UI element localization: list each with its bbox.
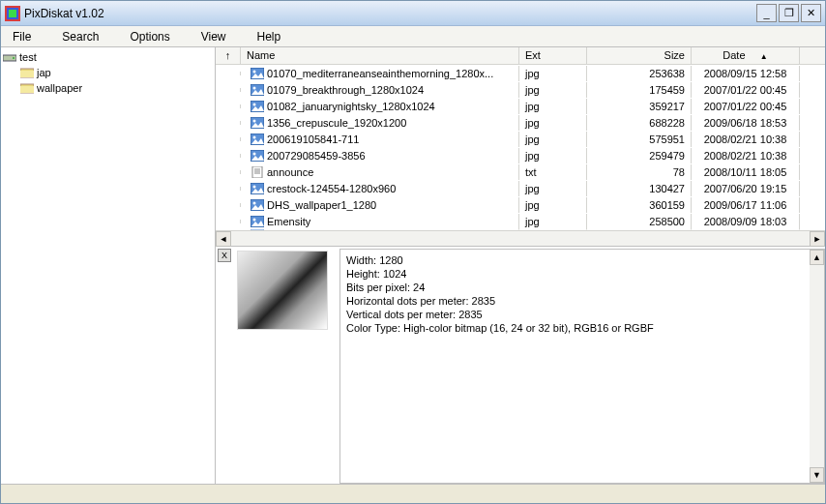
table-row[interactable]: DHS_wallpaper1_1280jpg3601592009/06/17 1…	[216, 196, 825, 213]
col-name[interactable]: Name	[241, 47, 519, 64]
table-row[interactable]: 01082_januarynightsky_1280x1024jpg359217…	[216, 98, 825, 114]
svg-rect-8	[20, 86, 34, 93]
svg-point-26	[253, 185, 256, 188]
thumbnail-image[interactable]	[237, 251, 328, 330]
col-date[interactable]: Date ▲	[692, 47, 800, 64]
meta-line: Vertical dots per meter: 2835	[346, 308, 804, 321]
file-ext: jpg	[519, 214, 587, 229]
horizontal-scrollbar[interactable]: ◄ ►	[216, 230, 825, 246]
col-sort[interactable]: ↑	[216, 47, 241, 64]
drive-icon	[3, 50, 16, 64]
status-bar	[1, 484, 825, 503]
file-date: 2007/06/20 19:15	[692, 181, 800, 196]
tree-child[interactable]: wallpaper	[3, 80, 213, 96]
file-ext: jpg	[519, 197, 587, 213]
tree-child[interactable]: jap	[3, 65, 213, 80]
file-name: DHS_wallpaper1_1280	[267, 199, 376, 211]
scroll-track[interactable]	[231, 231, 810, 246]
scroll-track[interactable]	[810, 265, 824, 467]
menu-view[interactable]: View	[195, 28, 232, 45]
svg-point-20	[253, 152, 256, 155]
file-date: 2008/09/09 18:03	[692, 214, 800, 229]
table-row[interactable]: 01070_mediterraneanseainthemorning_1280x…	[216, 65, 825, 81]
file-date: 2008/02/21 10:38	[692, 132, 800, 147]
file-size: 175459	[587, 82, 692, 98]
file-name: 200729085459-3856	[267, 150, 366, 162]
tree-label: jap	[37, 67, 51, 78]
file-ext: txt	[519, 164, 587, 180]
menubar: File Search Options View Help	[1, 26, 825, 47]
table-row[interactable]: 01079_breakthrough_1280x1024jpg175459200…	[216, 81, 825, 98]
right-panel: ↑ Name Ext Size Date ▲ 01070_mediterrane…	[216, 47, 825, 484]
tree-label: test	[19, 51, 37, 63]
svg-point-28	[253, 201, 256, 204]
minimize-button[interactable]: _	[756, 4, 777, 22]
file-size: 258500	[587, 214, 692, 229]
folder-icon	[20, 66, 34, 79]
file-size: 575951	[587, 132, 692, 147]
svg-point-18	[253, 135, 256, 138]
file-ext: jpg	[519, 181, 587, 196]
table-row[interactable]: epithalamium Versejpg3177292007/02/11 10…	[216, 229, 825, 230]
file-size: 78	[587, 164, 692, 180]
svg-rect-31	[251, 229, 264, 230]
file-name: 01070_mediterraneanseainthemorning_1280x…	[267, 68, 493, 79]
svg-rect-2	[9, 10, 16, 17]
file-name: crestock-124554-1280x960	[267, 183, 396, 194]
file-name: announce	[267, 166, 313, 178]
window-title: PixDiskat v1.02	[24, 7, 754, 20]
preview-pane: X Width: 1280 Height: 1024 Bits per pixe…	[216, 247, 825, 484]
table-row[interactable]: Emensityjpg2585002008/09/09 18:03	[216, 213, 825, 229]
svg-rect-6	[20, 71, 34, 77]
app-icon	[5, 6, 20, 21]
svg-point-10	[253, 70, 256, 73]
meta-line: Bits per pixel: 24	[346, 281, 804, 294]
file-rows[interactable]: 01070_mediterraneanseainthemorning_1280x…	[216, 65, 825, 230]
table-row[interactable]: 1356_crepuscule_1920x1200jpg6882282009/0…	[216, 114, 825, 131]
table-row[interactable]: announcetxt782008/10/11 18:05	[216, 163, 825, 180]
sort-arrow-icon: ▲	[760, 52, 768, 61]
file-size: 259479	[587, 148, 692, 163]
titlebar[interactable]: PixDiskat v1.02 _ ❐ ✕	[1, 1, 825, 26]
tree-label: wallpaper	[37, 82, 82, 94]
file-size: 360159	[587, 197, 692, 213]
file-ext: jpg	[519, 148, 587, 163]
file-name: 200619105841-711	[267, 133, 359, 145]
scroll-right-button[interactable]: ►	[810, 231, 825, 247]
table-row[interactable]: 200619105841-711jpg5759512008/02/21 10:3…	[216, 131, 825, 147]
thumbnail-area	[233, 247, 339, 484]
preview-close-region: X	[216, 247, 233, 484]
file-size: 688228	[587, 115, 692, 131]
tree-root[interactable]: test	[3, 49, 213, 65]
file-ext: jpg	[519, 66, 587, 81]
table-row[interactable]: crestock-124554-1280x960jpg1304272007/06…	[216, 180, 825, 196]
svg-point-14	[253, 103, 256, 105]
table-row[interactable]: 200729085459-3856jpg2594792008/02/21 10:…	[216, 147, 825, 163]
svg-rect-21	[252, 166, 262, 178]
column-headers: ↑ Name Ext Size Date ▲	[216, 47, 825, 65]
preview-close-button[interactable]: X	[218, 249, 231, 262]
maximize-button[interactable]: ❐	[779, 4, 799, 22]
svg-point-30	[253, 218, 256, 221]
menu-options[interactable]: Options	[124, 28, 175, 45]
svg-point-12	[253, 86, 256, 89]
col-size[interactable]: Size	[587, 47, 692, 64]
file-size: 130427	[587, 181, 692, 196]
menu-search[interactable]: Search	[56, 28, 104, 45]
menu-file[interactable]: File	[7, 28, 37, 45]
scroll-down-button[interactable]: ▼	[810, 467, 824, 483]
file-size: 359217	[587, 99, 692, 114]
metadata-scrollbar[interactable]: ▲ ▼	[810, 249, 825, 484]
close-button[interactable]: ✕	[801, 4, 821, 22]
file-list: ↑ Name Ext Size Date ▲ 01070_mediterrane…	[216, 47, 825, 247]
file-ext: jpg	[519, 99, 587, 114]
file-date: 2007/01/22 00:45	[692, 82, 800, 98]
folder-icon	[20, 81, 34, 95]
scroll-left-button[interactable]: ◄	[216, 231, 231, 247]
col-ext[interactable]: Ext	[519, 47, 587, 64]
scroll-up-button[interactable]: ▲	[810, 250, 824, 265]
file-date: 2007/01/22 00:45	[692, 99, 800, 114]
menu-help[interactable]: Help	[251, 28, 287, 45]
folder-tree[interactable]: test jap wallpaper	[1, 47, 216, 484]
app-window: PixDiskat v1.02 _ ❐ ✕ File Search Option…	[0, 0, 826, 504]
